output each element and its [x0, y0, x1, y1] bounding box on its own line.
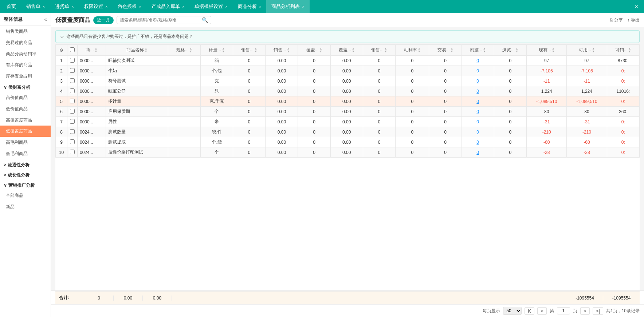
- sidebar-item-low-margin[interactable]: 低毛利商品: [0, 148, 51, 159]
- col-current-stock[interactable]: 现有...▲▼: [527, 45, 567, 56]
- nav-tab-permission[interactable]: 权限设置 ×: [79, 0, 113, 13]
- sidebar-item-traded-goods[interactable]: 交易过的商品: [0, 37, 51, 48]
- nav-tab-sales[interactable]: 销售单 ×: [21, 0, 50, 13]
- row-select-checkbox[interactable]: [70, 109, 75, 114]
- col-gross-margin[interactable]: 毛利率▲▼: [396, 45, 429, 56]
- col-checkbox[interactable]: [67, 45, 78, 56]
- row-checkbox[interactable]: [67, 107, 78, 117]
- sidebar-item-high-margin[interactable]: 高毛利商品: [0, 137, 51, 148]
- row-view1[interactable]: 0: [462, 76, 494, 86]
- page-size-select[interactable]: 50 100 200: [503, 307, 522, 315]
- row-checkbox[interactable]: [67, 96, 78, 107]
- col-name[interactable]: 商品名称▲▼: [106, 45, 168, 56]
- row-view1[interactable]: 0: [462, 127, 494, 137]
- export-button[interactable]: ↑ 导出: [627, 17, 640, 23]
- sidebar-item-low-coverage[interactable]: 低覆盖度商品: [0, 126, 51, 137]
- row-checkbox[interactable]: [67, 66, 78, 76]
- nav-tab-purchase[interactable]: 进货单 ×: [50, 0, 79, 13]
- sidebar-item-stock-fund[interactable]: 库存资金占用: [0, 71, 51, 82]
- sidebar-group-marketing[interactable]: ∨ 营销推广分析: [0, 180, 51, 190]
- row-sales3: 0: [363, 56, 395, 66]
- sidebar-item-high-coverage[interactable]: 高覆盖度商品: [0, 115, 51, 126]
- close-icon[interactable]: ×: [71, 4, 74, 9]
- row-select-checkbox[interactable]: [70, 88, 75, 93]
- nav-tab-home[interactable]: 首页: [1, 0, 21, 13]
- share-button[interactable]: ⎘ 分享: [610, 17, 623, 23]
- row-select-checkbox[interactable]: [70, 68, 75, 73]
- close-icon[interactable]: ×: [259, 4, 261, 9]
- select-all-checkbox[interactable]: [70, 47, 75, 52]
- row-view1[interactable]: 0: [462, 86, 494, 96]
- row-select-checkbox[interactable]: [70, 58, 75, 63]
- page-number-input[interactable]: [557, 307, 570, 314]
- row-view1[interactable]: 0: [462, 117, 494, 127]
- sidebar-item-low-value[interactable]: 低价值商品: [0, 103, 51, 115]
- col-sales3[interactable]: 销售...▲▼: [363, 45, 395, 56]
- row-view1[interactable]: 0: [462, 66, 494, 76]
- col-view1[interactable]: 浏览...▲▼: [462, 45, 494, 56]
- col-view2[interactable]: 浏览...▲▼: [494, 45, 526, 56]
- sidebar-group-liquidity[interactable]: > 流通性分析: [0, 159, 51, 170]
- col-sales-count[interactable]: 销售...▲▼: [233, 45, 266, 56]
- next-page-button[interactable]: >: [580, 307, 590, 315]
- close-icon[interactable]: ×: [225, 4, 227, 9]
- sidebar-item-category-rate[interactable]: 商品分类动销率: [0, 48, 51, 60]
- sidebar-item-sales-goods[interactable]: 销售类商品: [0, 26, 51, 37]
- row-view1[interactable]: 0: [462, 137, 494, 147]
- col-coverage2[interactable]: 覆盖...▲▼: [330, 45, 363, 56]
- sidebar-collapse-button[interactable]: «: [44, 16, 47, 22]
- search-icon[interactable]: 🔍: [202, 17, 208, 23]
- row-select-checkbox[interactable]: [70, 129, 75, 134]
- row-select-checkbox[interactable]: [70, 119, 75, 124]
- row-checkbox[interactable]: [67, 137, 78, 147]
- close-icon[interactable]: ×: [182, 4, 184, 9]
- col-available[interactable]: 可用...▲▼: [567, 45, 607, 56]
- row-checkbox[interactable]: [67, 127, 78, 137]
- col-coverage1[interactable]: 覆盖...▲▼: [298, 45, 330, 56]
- col-code[interactable]: 商...▲▼: [78, 45, 106, 56]
- nav-tab-template[interactable]: 单据模板设置 ×: [189, 0, 232, 13]
- col-saleable[interactable]: 可销...▲▼: [607, 45, 639, 56]
- row-checkbox[interactable]: [67, 147, 78, 158]
- prev-page-button[interactable]: <: [537, 307, 547, 315]
- nav-tab-product-in[interactable]: 产成品入库单 ×: [146, 0, 189, 13]
- sidebar-group-growth[interactable]: > 成长性分析: [0, 170, 51, 180]
- row-checkbox[interactable]: [67, 117, 78, 127]
- row-select-checkbox[interactable]: [70, 99, 75, 103]
- nav-tab-role[interactable]: 角色授权 ×: [113, 0, 146, 13]
- row-select-checkbox[interactable]: [70, 78, 75, 83]
- period-button[interactable]: 近一月: [93, 16, 114, 24]
- search-input[interactable]: [120, 17, 200, 23]
- nav-tab-analysis-list[interactable]: 商品分析列表 ×: [266, 0, 309, 13]
- row-checkbox[interactable]: [67, 56, 78, 66]
- row-coverage2: 0.00: [330, 137, 363, 147]
- window-close-button[interactable]: ×: [631, 3, 643, 10]
- row-view1[interactable]: 0: [462, 96, 494, 107]
- row-select-checkbox[interactable]: [70, 150, 75, 154]
- first-page-button[interactable]: K: [525, 307, 534, 315]
- sidebar-item-new-goods[interactable]: 新品: [0, 201, 51, 213]
- col-trade[interactable]: 交易...▲▼: [429, 45, 462, 56]
- row-view1[interactable]: 0: [462, 56, 494, 66]
- col-settings[interactable]: ⚙: [56, 45, 67, 56]
- close-icon[interactable]: ×: [43, 4, 45, 9]
- row-select-checkbox[interactable]: [70, 139, 75, 144]
- sidebar-group-wealth[interactable]: ∨ 类财富分析: [0, 82, 51, 92]
- sidebar-item-high-value[interactable]: 高价值商品: [0, 92, 51, 103]
- sidebar-item-all-goods[interactable]: 全部商品: [0, 190, 51, 201]
- close-icon[interactable]: ×: [105, 4, 107, 9]
- row-checkbox[interactable]: [67, 76, 78, 86]
- row-view2: 0: [494, 86, 526, 96]
- nav-tab-analysis[interactable]: 商品分析 ×: [233, 0, 266, 13]
- row-unit: 箱: [200, 56, 233, 66]
- col-unit[interactable]: 计量...▲▼: [200, 45, 233, 56]
- col-spec[interactable]: 规格...▲▼: [168, 45, 200, 56]
- row-checkbox[interactable]: [67, 86, 78, 96]
- close-icon[interactable]: ×: [139, 4, 141, 9]
- last-page-button[interactable]: >|: [593, 307, 603, 315]
- close-icon[interactable]: ×: [302, 4, 304, 9]
- sidebar-item-in-stock[interactable]: 有库存的商品: [0, 59, 51, 71]
- col-sales-amount[interactable]: 销售...▲▼: [266, 45, 298, 56]
- row-view1[interactable]: 0: [462, 147, 494, 158]
- row-view1[interactable]: 0: [462, 107, 494, 117]
